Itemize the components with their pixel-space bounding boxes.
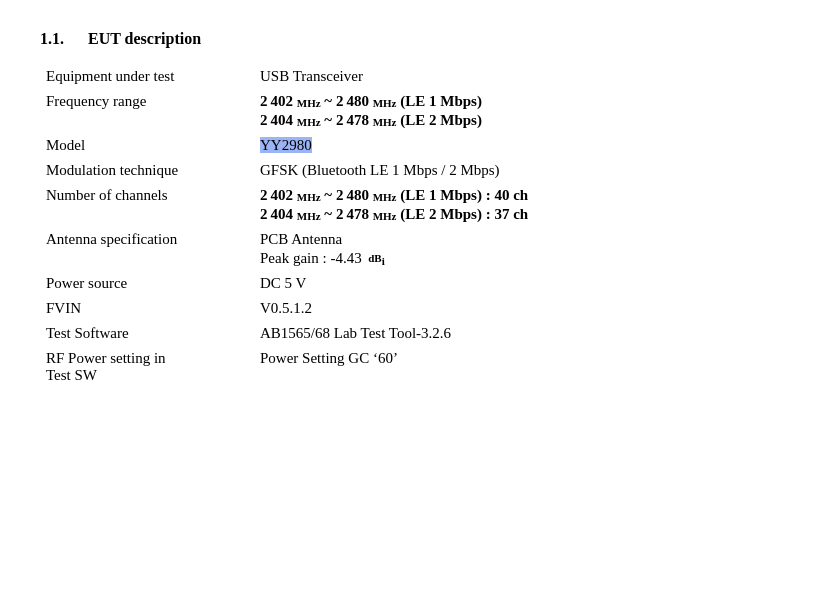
freq2-end: 2 478 [336,112,369,128]
model-value: YY2980 [260,137,312,153]
table-row-power: Power source DC 5 V [40,271,785,296]
value-test-software: AB1565/68 Lab Test Tool-3.2.6 [240,321,785,346]
ch1-start: 2 402 [260,187,293,203]
ch2-unit1: MHz [297,210,321,222]
label-modulation: Modulation technique [40,158,240,183]
eut-table: Equipment under test USB Transceiver Fre… [40,64,785,388]
ch1-tilde: ~ [324,187,332,203]
freq2-tilde: ~ [324,112,332,128]
channels-line2: 2 404 MHz ~ 2 478 MHz (LE 2 Mbps) : 37 c… [260,206,779,223]
value-modulation: GFSK (Bluetooth LE 1 Mbps / 2 Mbps) [240,158,785,183]
value-power: DC 5 V [240,271,785,296]
value-fvin: V0.5.1.2 [240,296,785,321]
table-row-test-software: Test Software AB1565/68 Lab Test Tool-3.… [40,321,785,346]
antenna-peak-label: Peak gain : -4.43 [260,250,362,266]
antenna-line1: PCB Antenna [260,231,779,248]
freq2-paren: (LE 2 Mbps) [400,112,482,128]
freq1-end: 2 480 [336,93,369,109]
ch2-start: 2 404 [260,206,293,222]
freq1-start: 2 402 [260,93,293,109]
table-row-model: Model YY2980 [40,133,785,158]
table-row-antenna: Antenna specification PCB Antenna Peak g… [40,227,785,271]
value-frequency: 2 402 MHz ~ 2 480 MHz (LE 1 Mbps) 2 404 … [240,89,785,133]
table-row-frequency: Frequency range 2 402 MHz ~ 2 480 MHz (L… [40,89,785,133]
table-row-rf-power: RF Power setting in Test SW Power Settin… [40,346,785,388]
ch1-end: 2 480 [336,187,369,203]
value-channels: 2 402 MHz ~ 2 480 MHz (LE 1 Mbps) : 40 c… [240,183,785,227]
label-power: Power source [40,271,240,296]
frequency-line1: 2 402 MHz ~ 2 480 MHz (LE 1 Mbps) [260,93,779,110]
ch2-end: 2 478 [336,206,369,222]
freq1-tilde: ~ [324,93,332,109]
value-equipment: USB Transceiver [240,64,785,89]
table-row-fvin: FVIN V0.5.1.2 [40,296,785,321]
rf-power-line1: RF Power setting in [46,350,166,366]
table-row-channels: Number of channels 2 402 MHz ~ 2 480 MHz… [40,183,785,227]
freq2-unit1: MHz [297,116,321,128]
ch1-unit1: MHz [297,191,321,203]
label-equipment: Equipment under test [40,64,240,89]
label-channels: Number of channels [40,183,240,227]
section-heading: EUT description [88,30,201,47]
label-frequency: Frequency range [40,89,240,133]
value-antenna: PCB Antenna Peak gain : -4.43 dBi [240,227,785,271]
channels-line1: 2 402 MHz ~ 2 480 MHz (LE 1 Mbps) : 40 c… [260,187,779,204]
freq1-unit2: MHz [373,97,397,109]
ch2-tilde: ~ [324,206,332,222]
label-rf-power: RF Power setting in Test SW [40,346,240,388]
freq2-unit2: MHz [373,116,397,128]
label-test-software: Test Software [40,321,240,346]
ch1-unit2: MHz [373,191,397,203]
section-number: 1.1. [40,30,64,47]
document-section: 1.1. EUT description Equipment under tes… [40,30,785,388]
value-rf-power: Power Setting GC ‘60’ [240,346,785,388]
ch2-paren: (LE 2 Mbps) : 37 ch [400,206,528,222]
label-fvin: FVIN [40,296,240,321]
table-row-modulation: Modulation technique GFSK (Bluetooth LE … [40,158,785,183]
label-antenna: Antenna specification [40,227,240,271]
section-title: 1.1. EUT description [40,30,785,48]
freq1-unit1: MHz [297,97,321,109]
table-row: Equipment under test USB Transceiver [40,64,785,89]
antenna-unit: dBi [365,252,384,264]
value-model: YY2980 [240,133,785,158]
ch1-paren: (LE 1 Mbps) : 40 ch [400,187,528,203]
ch2-unit2: MHz [373,210,397,222]
freq1-paren: (LE 1 Mbps) [400,93,482,109]
rf-power-line2: Test SW [46,367,97,383]
label-model: Model [40,133,240,158]
antenna-line2: Peak gain : -4.43 dBi [260,250,779,267]
freq2-start: 2 404 [260,112,293,128]
frequency-line2: 2 404 MHz ~ 2 478 MHz (LE 2 Mbps) [260,112,779,129]
